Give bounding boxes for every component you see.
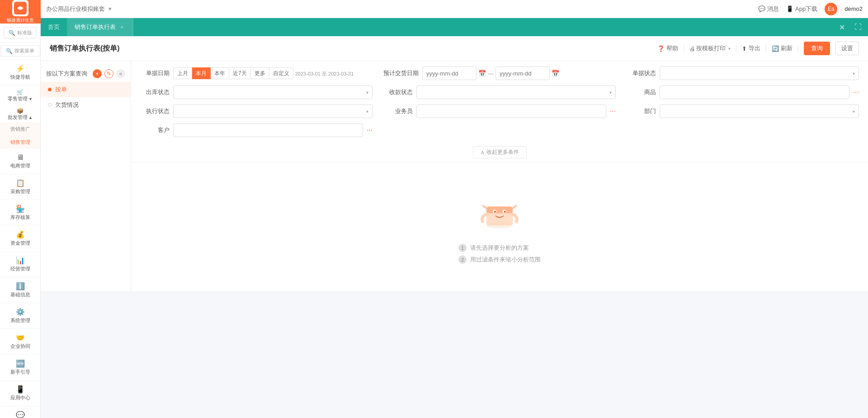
sidebar-item-system[interactable]: ⚙️ 系统管理 [0,303,40,329]
message-button[interactable]: 💬 消息 [758,5,779,13]
calendar-end-icon[interactable]: 📅 [552,70,559,77]
sidebar-item-quick-nav[interactable]: ⚡ 快捷导航 [0,60,40,86]
custom-tab[interactable]: 自定义 [269,67,293,79]
main-container: 办公用品行业模拟账套 ▾ 💬 消息 📱 App下载 Ea demo2 首页 销售… [41,0,868,418]
help-icon: ❓ [657,45,665,52]
sidebar-search-area: 🔍 标准版 [0,24,40,43]
tabs-actions: ✕ ⛶ [835,21,868,33]
window-expand-button[interactable]: ⛶ [852,21,864,33]
expected-date-start-input[interactable] [422,66,476,80]
goods-more-icon[interactable]: ··· [853,88,859,96]
collapse-scheme-button[interactable]: « [116,69,125,78]
sidebar-logo: 畅捷通好生意 [0,0,41,24]
sidebar-item-enterprise[interactable]: 🤝 企业协同 [0,329,40,355]
settings-button[interactable]: 设置 [835,42,859,55]
add-scheme-button[interactable]: + [93,69,102,78]
payment-select[interactable]: ▾ [416,86,616,99]
search-menu-button[interactable]: 🔍 标准版 [4,27,37,38]
window-close-button[interactable]: ✕ [835,21,848,33]
exec-control: ▾ [173,104,373,118]
print-button[interactable]: 🖨 按模板打印 ▾ [689,44,731,52]
tabs-bar: 首页 销售订单执行表 × ✕ ⛶ [41,18,868,36]
calendar-start-icon[interactable]: 📅 [478,70,486,77]
tab-home[interactable]: 首页 [41,18,67,36]
export-button[interactable]: ⬆ 导出 [742,44,760,52]
dept-control: ▾ [660,104,859,118]
tab-sales-order[interactable]: 销售订单执行表 × [67,18,133,36]
sidebar-item-operations[interactable]: 📊 经营管理 [0,252,40,277]
sidebar-item-wechat[interactable]: 💬 企业微信 [0,406,40,418]
customer-control: ··· [173,124,373,137]
filter-row-1: 单据日期 上月 本月 本年 近7天 更多 自定义 20 [140,66,859,80]
sidebar-item-basic-info[interactable]: ℹ️ 基础信息 [0,277,40,303]
this-year-tab[interactable]: 本年 [211,67,229,79]
filter-customer-field: 客户 ··· [140,124,373,137]
app-center-icon: 📱 [16,385,25,394]
app-download-button[interactable]: 📱 App下载 [786,5,817,13]
topbar-right: 💬 消息 📱 App下载 Ea demo2 [758,3,863,15]
date-control: 上月 本月 本年 近7天 更多 自定义 2023-03-01 至 2023-03… [173,67,373,79]
sidebar-item-wholesale[interactable]: 📦 批发管理 ▲ [0,104,40,123]
search-menu-btn[interactable]: 🔍 搜索菜单 [0,45,40,57]
sidebar-item-marketing[interactable]: 营销推广 [0,123,40,136]
query-button[interactable]: 查询 [804,42,830,55]
exec-label: 执行状态 [140,107,170,115]
sidebar-item-finance[interactable]: 💰 资金管理 [0,226,40,252]
goods-input[interactable] [660,86,849,99]
step-2-num: 2 [458,256,467,264]
print-dropdown-arrow[interactable]: ▾ [728,46,731,51]
sidebar-item-new-guide[interactable]: 🆕 新手引导 [0,355,40,380]
filter-status-field: 单据状态 ▾ [627,66,859,80]
customer-more-icon[interactable]: ··· [367,126,373,134]
avatar[interactable]: Ea [825,3,837,15]
sidebar-item-ecommerce[interactable]: 🖥 电商管理 [0,149,40,174]
left-panel-header: 按以下方案查询 + ✎ « [41,66,131,82]
delivery-label: 出库状态 [140,88,170,96]
delivery-arrow-icon: ▾ [366,90,368,95]
more-tab[interactable]: 更多 [251,67,269,79]
sidebar-item-app-center[interactable]: 📱 应用中心 [0,380,40,406]
salesman-input[interactable] [416,104,606,118]
logo-text: 畅捷通好生意 [7,17,34,24]
sidebar-item-inventory[interactable]: 🏪 库存核算 [0,200,40,226]
scheme-item-by-order[interactable]: 按单 [41,82,131,97]
sidebar-item-retail[interactable]: 🛒 零售管理 ▼ [0,86,40,104]
expected-date-end-input[interactable] [495,66,550,80]
sidebar-item-sales-mgmt[interactable]: 销售管理 [0,136,40,149]
industry-name: 办公用品行业模拟账套 [46,5,105,13]
dropdown-chevron-icon[interactable]: ▾ [108,5,112,12]
help-button[interactable]: ❓ 帮助 [657,44,678,52]
collapse-more-button[interactable]: ∧ 收起更多条件 [473,146,527,158]
sidebar-nav: 🔍 搜索菜单 [0,43,40,60]
salesman-label: 业务员 [383,107,413,115]
mobile-icon: 📱 [786,5,793,12]
dept-select[interactable]: ▾ [660,104,859,118]
username: demo2 [844,5,863,12]
salesman-control: ··· [416,104,616,118]
divider2 [736,45,736,52]
sidebar-section-wholesale: 📦 批发管理 ▲ 营销推广 销售管理 [0,104,40,149]
chevron-up-icon: ∧ [481,149,485,156]
customer-input[interactable] [173,124,363,137]
retail-icon: 🛒 [17,89,24,95]
refresh-icon: 🔄 [772,45,779,52]
payment-control: ▾ [416,86,616,99]
exec-arrow-icon: ▾ [366,109,368,114]
sidebar-item-purchase[interactable]: 📋 采购管理 [0,174,40,200]
divider [684,45,684,52]
inventory-icon: 🏪 [16,204,25,213]
exec-select[interactable]: ▾ [173,104,373,118]
last-month-tab[interactable]: 上月 [173,67,192,79]
scheme-item-shortage[interactable]: 欠货情况 [41,97,131,113]
operations-icon: 📊 [16,256,25,265]
last7days-tab[interactable]: 近7天 [229,67,251,79]
edit-scheme-button[interactable]: ✎ [104,69,113,78]
delivery-select[interactable]: ▾ [173,86,373,99]
refresh-button[interactable]: 🔄 刷新 [772,44,793,52]
salesman-more-icon[interactable]: ··· [610,107,616,115]
quick-nav-icon: ⚡ [16,64,25,73]
status-select[interactable]: ▾ [660,66,859,80]
collapse-row: ∧ 收起更多条件 [131,142,868,162]
this-month-tab[interactable]: 本月 [192,67,211,79]
tab-close-icon[interactable]: × [118,24,126,31]
